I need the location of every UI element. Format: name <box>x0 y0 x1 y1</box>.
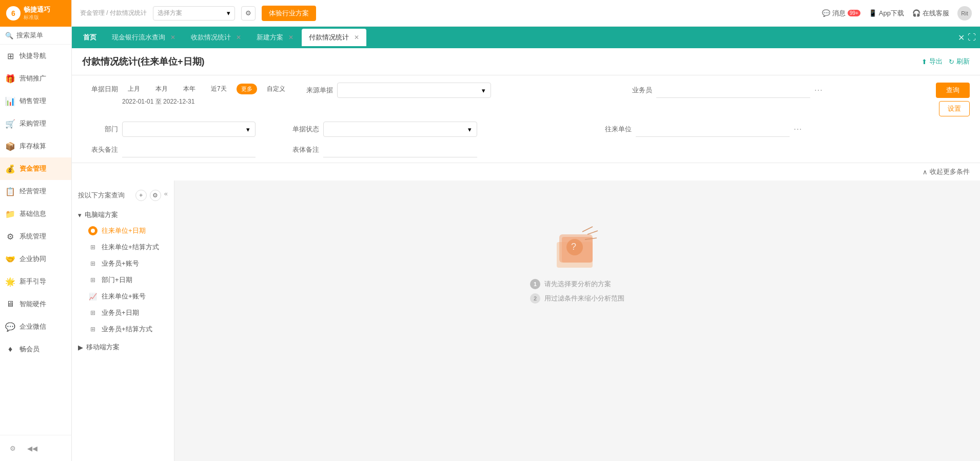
sidebar-item-sales[interactable]: 📊 销售管理 <box>0 90 71 112</box>
empty-step-2: 2 用过滤条件来缩小分析范围 <box>530 293 624 304</box>
tab-list: 首页现金银行流水查询✕收款情况统计✕新建方案✕付款情况统计✕ <box>76 29 366 46</box>
empty-illustration: ? <box>546 222 608 273</box>
step-1-num: 1 <box>530 279 540 289</box>
sidebar-item-member[interactable]: ♦ 畅会员 <box>0 338 71 360</box>
scheme-label-staff-settlement: 业务员+结算方式 <box>102 325 152 334</box>
sidebar-icon-operations: 📋 <box>5 186 15 196</box>
collapse-conditions-btn[interactable]: ∧ 收起更多条件 <box>923 167 970 176</box>
dept-select[interactable]: ▾ <box>122 122 256 137</box>
sidebar-item-inventory[interactable]: 📦 库存核算 <box>0 135 71 157</box>
sidebar-item-marketing[interactable]: 🎁 营销推广 <box>0 67 71 90</box>
page-header-actions: ⬆ 导出 ↻ 刷新 <box>922 57 970 66</box>
scheme-items: 往来单位+日期⊞往来单位+结算方式⊞业务员+账号⊞部门+日期📈往来单位+账号⊞业… <box>72 223 174 337</box>
sidebar-icon-quick-nav: ⊞ <box>5 51 15 61</box>
date-this-year-btn[interactable]: 本年 <box>178 83 201 95</box>
date-7days-btn[interactable]: 近7天 <box>205 83 232 95</box>
close-all-tabs-btn[interactable]: ✕ <box>958 33 965 43</box>
sidebar-item-enterprise[interactable]: 🤝 企业协同 <box>0 248 71 270</box>
export-btn[interactable]: ⬆ 导出 <box>922 57 943 66</box>
refresh-icon: ↻ <box>949 58 954 66</box>
partner-input[interactable] <box>636 122 790 137</box>
sidebar-item-system[interactable]: ⚙ 系统管理 <box>0 225 71 248</box>
add-scheme-btn[interactable]: + <box>135 190 147 201</box>
date-more-btn[interactable]: 更多 <box>237 84 257 94</box>
close-tab-bank[interactable]: ✕ <box>170 34 175 41</box>
sidebar-item-finance[interactable]: 💰 资金管理 <box>0 157 71 180</box>
empty-step-1: 1 请先选择要分析的方案 <box>530 279 624 289</box>
sidebar-item-purchase[interactable]: 🛒 采购管理 <box>0 112 71 135</box>
scheme-label-partner-date: 往来单位+日期 <box>102 226 146 235</box>
scheme-icon-staff-date: ⊞ <box>88 308 97 317</box>
sidebar-item-wechat[interactable]: 💬 企业微信 <box>0 315 71 338</box>
date-last-month-btn[interactable]: 上月 <box>122 83 146 95</box>
scheme-icon-partner-date <box>88 226 97 235</box>
page-title: 付款情况统计(往来单位+日期) <box>82 55 205 68</box>
topbar-settings-btn[interactable]: ⚙ <box>241 6 256 21</box>
online-service-btn[interactable]: 🎧 在线客服 <box>912 9 949 18</box>
scheme-item-dept-date[interactable]: ⊞部门+日期 <box>72 272 174 288</box>
doc-status-dropdown-icon: ▾ <box>468 126 472 133</box>
settings-icon[interactable]: ⚙ <box>5 440 21 456</box>
sidebar-bottom: ⚙ ◀◀ <box>0 435 71 461</box>
tab-label-home: 首页 <box>83 33 96 42</box>
sidebar-icon-purchase: 🛒 <box>5 118 15 129</box>
search-menu[interactable]: 🔍 搜索菜单 <box>0 27 71 45</box>
desktop-scheme-group: ▾ 电脑端方案 往来单位+日期⊞往来单位+结算方式⊞业务员+账号⊞部门+日期📈往… <box>72 207 174 337</box>
scheme-item-staff-settlement[interactable]: ⊞业务员+结算方式 <box>72 321 174 337</box>
filter-actions-bar: ∧ 收起更多条件 <box>72 163 980 181</box>
sidebar-item-quick-nav[interactable]: ⊞ 快捷导航 <box>0 45 71 67</box>
scheme-item-partner-date[interactable]: 往来单位+日期 <box>72 223 174 239</box>
close-tab-receivables[interactable]: ✕ <box>236 34 241 41</box>
fullscreen-btn[interactable]: ⛶ <box>968 33 976 43</box>
tab-home[interactable]: 首页 <box>76 29 104 46</box>
source-select[interactable]: ▾ <box>337 83 491 98</box>
industry-btn[interactable]: 体验行业方案 <box>262 6 316 21</box>
close-tab-new-scheme[interactable]: ✕ <box>288 34 293 41</box>
message-icon: 💬 <box>822 9 830 17</box>
sidebar-logo: 6 畅捷通巧 标准版 <box>0 0 71 27</box>
partner-more-btn[interactable]: ··· <box>794 125 802 134</box>
mobile-group-header[interactable]: ▶ 移动端方案 <box>72 339 174 355</box>
date-this-month-btn[interactable]: 本月 <box>150 83 173 95</box>
refresh-btn[interactable]: ↻ 刷新 <box>949 57 970 66</box>
page-header: 付款情况统计(往来单位+日期) ⬆ 导出 ↻ 刷新 <box>72 48 980 75</box>
scheme-item-staff-date[interactable]: ⊞业务员+日期 <box>72 305 174 321</box>
desktop-group-header[interactable]: ▾ 电脑端方案 <box>72 207 174 223</box>
app-download-btn[interactable]: 📱 App下载 <box>869 9 904 18</box>
collapse-icon[interactable]: ◀◀ <box>25 440 40 456</box>
header-note-input[interactable] <box>122 142 256 157</box>
sidebar-item-basic[interactable]: 📁 基础信息 <box>0 203 71 225</box>
collapse-icon: ∧ <box>923 168 928 176</box>
sidebar-item-guide[interactable]: 🌟 新手引导 <box>0 270 71 293</box>
sidebar-item-hardware[interactable]: 🖥 智能硬件 <box>0 293 71 315</box>
scheme-panel-collapse-btn[interactable]: « <box>164 190 168 201</box>
empty-state: ? 1 请先选择要分析的方案 2 用过滤条件来缩小分析范围 <box>174 181 980 345</box>
sidebar-icon-member: ♦ <box>5 344 15 354</box>
settings-btn[interactable]: 设置 <box>939 101 970 116</box>
doc-status-select[interactable]: ▾ <box>323 122 477 137</box>
sidebar-item-operations[interactable]: 📋 经营管理 <box>0 180 71 203</box>
staff-more-btn[interactable]: ··· <box>814 86 822 95</box>
tab-payments[interactable]: 付款情况统计✕ <box>302 29 366 46</box>
scheme-item-partner-account[interactable]: 📈往来单位+账号 <box>72 288 174 305</box>
query-btn[interactable]: 查询 <box>936 83 970 98</box>
tab-label-payments: 付款情况统计 <box>309 33 349 42</box>
tab-new-scheme[interactable]: 新建方案✕ <box>249 29 301 46</box>
close-tab-payments[interactable]: ✕ <box>354 34 359 41</box>
user-avatar[interactable]: Rit <box>957 6 972 21</box>
app-icon: 📱 <box>869 9 877 17</box>
scheme-panel-header: 按以下方案查询 + ⚙ « <box>72 186 174 205</box>
message-btn[interactable]: 💬 消息 99+ <box>822 9 860 18</box>
staff-input[interactable] <box>656 83 810 98</box>
scheme-dropdown[interactable]: 选择方案 ▾ <box>153 6 235 21</box>
sidebar-icon-basic: 📁 <box>5 209 15 219</box>
scheme-item-partner-settlement[interactable]: ⊞往来单位+结算方式 <box>72 239 174 255</box>
scheme-settings-btn[interactable]: ⚙ <box>150 190 161 201</box>
body-note-input[interactable] <box>323 142 477 157</box>
scheme-item-staff-account[interactable]: ⊞业务员+账号 <box>72 255 174 272</box>
tab-bank[interactable]: 现金银行流水查询✕ <box>105 29 183 46</box>
date-custom-btn[interactable]: 自定义 <box>261 83 291 95</box>
tab-receivables[interactable]: 收款情况统计✕ <box>184 29 248 46</box>
sidebar-label-quick-nav: 快捷导航 <box>19 51 46 61</box>
date-range-display: 2022-01-01 至 2022-12-31 <box>122 97 291 106</box>
